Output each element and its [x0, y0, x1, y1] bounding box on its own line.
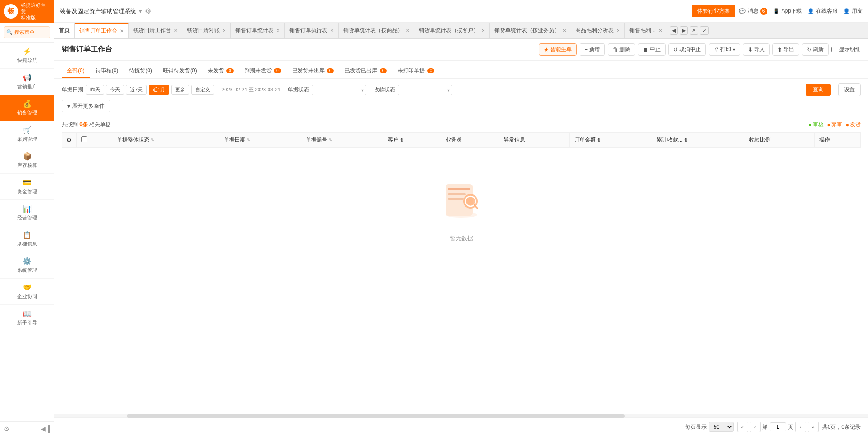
tab-sales-summary-customer[interactable]: 销货单统计表（按客户） ✕	[414, 23, 490, 39]
tab-sales-summary-product-close[interactable]: ✕	[406, 28, 409, 33]
col-date[interactable]: 单据日期 ⇅	[219, 133, 301, 148]
message-btn[interactable]: 💬 消息 6	[739, 7, 767, 15]
tab-sales-exec-close[interactable]: ✕	[330, 28, 334, 33]
add-button[interactable]: + 新增	[580, 43, 605, 56]
tab-sales-order-close[interactable]: ✕	[120, 28, 124, 33]
print-button[interactable]: 🖨 打印 ▾	[709, 43, 740, 56]
tab-sales-stats[interactable]: 销售订单统计表 ✕	[231, 23, 285, 39]
subtab-shipped-not-out[interactable]: 已发货未出库 0	[287, 64, 340, 78]
tab-sales-summary-product[interactable]: 销货单统计表（按商品） ✕	[339, 23, 414, 39]
tab-sales-more[interactable]: 销售毛利... ✕	[625, 23, 667, 39]
subtab-pending-pickup[interactable]: 待拣货(0)	[124, 64, 158, 78]
scrollbar-thumb[interactable]	[127, 414, 625, 418]
select-all-checkbox[interactable]	[81, 136, 87, 142]
topbar-dropdown-icon[interactable]: ▾	[139, 8, 142, 14]
subtab-not-printed[interactable]: 未打印单据 0	[392, 64, 440, 78]
tab-cash-daily-close[interactable]: ✕	[174, 28, 177, 33]
cancel-stop-button[interactable]: ↺ 取消中止	[668, 43, 706, 56]
col-amount[interactable]: 订单金额 ⇅	[570, 133, 652, 148]
app-download-btn[interactable]: 📱 App下载	[773, 7, 802, 15]
subtab-pending-review[interactable]: 待审核(0)	[90, 64, 124, 78]
date-btn-today[interactable]: 今天	[106, 85, 124, 95]
subtab-overdue-ship[interactable]: 到期未发货 0	[239, 64, 287, 78]
col-collected[interactable]: 累计收款... ⇅	[652, 133, 744, 148]
show-detail-label[interactable]: 显示明细	[831, 46, 861, 53]
sidebar-item-operations[interactable]: 📊 经营管理	[0, 200, 54, 226]
ship-action-btn[interactable]: ● 发货	[846, 121, 861, 128]
topbar-settings-icon[interactable]: ⚙	[145, 7, 151, 15]
tab-sales-summary-staff[interactable]: 销货单统计表（按业务员） ✕	[490, 23, 571, 39]
tab-cash-reconcile-close[interactable]: ✕	[222, 28, 226, 33]
sidebar-item-purchase[interactable]: 🛒 采购管理	[0, 121, 54, 147]
cancel-icon: ↺	[673, 47, 678, 53]
sidebar-item-basic-info[interactable]: 📋 基础信息	[0, 226, 54, 252]
subtab-wangpu[interactable]: 旺铺待发货(0)	[158, 64, 202, 78]
search-menu-button[interactable]: 🔍 搜索菜单	[4, 26, 50, 38]
tab-cash-daily[interactable]: 钱货日清工作台 ✕	[129, 23, 182, 39]
sidebar-item-inventory[interactable]: 📦 库存核算	[0, 147, 54, 174]
tab-sales-summary-customer-close[interactable]: ✕	[481, 28, 485, 33]
export-button[interactable]: ⬆ 导出	[772, 43, 799, 56]
collapse-btn[interactable]: ◀▐	[41, 425, 50, 432]
subtab-all[interactable]: 全部(0)	[62, 64, 90, 78]
import-button[interactable]: ⬇ 导入	[743, 43, 770, 56]
sidebar-item-quick-nav[interactable]: ⚡ 快捷导航	[0, 43, 54, 69]
date-btn-yesterday[interactable]: 昨天	[86, 85, 104, 95]
next-page-btn[interactable]: ›	[795, 422, 806, 432]
tab-home[interactable]: 首页	[54, 23, 75, 39]
sidebar-item-marketing[interactable]: 📢 营销推广	[0, 69, 54, 95]
star-icon: ★	[544, 47, 549, 53]
tab-sales-summary-staff-close[interactable]: ✕	[562, 28, 566, 33]
tab-gross-profit-close[interactable]: ✕	[616, 28, 620, 33]
col-customer[interactable]: 客户 ⇅	[383, 133, 441, 148]
refresh-button[interactable]: ↻ 刷新	[802, 43, 829, 56]
subtab-shipped-out[interactable]: 已发货已出库 0	[339, 64, 392, 78]
trial-button[interactable]: 体验行业方案	[692, 5, 735, 17]
sidebar-item-label: 快捷导航	[17, 57, 37, 64]
user-menu-btn[interactable]: 👤 用友	[843, 7, 863, 15]
col-settings[interactable]: ⚙	[62, 133, 77, 148]
last-page-btn[interactable]: »	[808, 422, 819, 432]
expand-filter-button[interactable]: ▾ 展开更多条件	[62, 100, 110, 112]
stop-button[interactable]: ⏹ 中止	[638, 43, 666, 56]
review-action-btn[interactable]: ● 审核	[808, 121, 823, 128]
tab-nav-next[interactable]: ▶	[680, 26, 688, 35]
online-support-btn[interactable]: 👤 在线客服	[807, 7, 838, 15]
tab-sales-exec[interactable]: 销售订单执行表 ✕	[285, 23, 339, 39]
per-page-select[interactable]: 50 100 200	[709, 422, 734, 432]
col-status[interactable]: 单据整体状态 ⇅	[112, 133, 219, 148]
payment-select[interactable]	[398, 85, 452, 95]
date-btn-custom[interactable]: 自定义	[191, 85, 214, 95]
tab-nav-prev[interactable]: ◀	[670, 26, 678, 35]
tab-gross-profit[interactable]: 商品毛利分析表 ✕	[571, 23, 625, 39]
subtab-not-shipped[interactable]: 未发货 0	[202, 64, 239, 78]
date-btn-more[interactable]: 更多	[171, 85, 189, 95]
tab-sales-more-close[interactable]: ✕	[658, 28, 662, 33]
status-select[interactable]	[312, 85, 366, 95]
tab-sales-order[interactable]: 销售订单工作台 ✕	[75, 23, 129, 39]
tab-cash-reconcile[interactable]: 钱货日清对账 ✕	[182, 23, 231, 39]
tab-nav-close-all[interactable]: ✕	[690, 26, 698, 35]
prev-page-btn[interactable]: ‹	[750, 422, 761, 432]
date-btn-last7[interactable]: 近7天	[126, 85, 147, 95]
sidebar-item-cooperation[interactable]: 🤝 企业协同	[0, 279, 54, 305]
show-detail-checkbox[interactable]	[831, 47, 837, 52]
date-btn-last1month[interactable]: 近1月	[149, 85, 169, 95]
col-number[interactable]: 单据编号 ⇅	[301, 133, 383, 148]
sidebar-item-sales[interactable]: 💰 销售管理	[0, 95, 54, 121]
horizontal-scrollbar[interactable]	[54, 414, 868, 417]
smart-order-button[interactable]: ★ 智能生单	[539, 43, 577, 56]
sidebar-item-finance[interactable]: 💳 资金管理	[0, 174, 54, 200]
filter-settings-button[interactable]: 设置	[838, 83, 861, 96]
cancel-review-action-btn[interactable]: ● 弃审	[827, 121, 842, 128]
page-input[interactable]	[770, 422, 786, 431]
tab-sales-stats-close[interactable]: ✕	[276, 28, 280, 33]
table-header-row: ⚙ 单据整体状态 ⇅ 单据日期 ⇅ 单据编号 ⇅	[62, 133, 861, 148]
sidebar-item-system[interactable]: ⚙️ 系统管理	[0, 252, 54, 279]
tab-nav-expand[interactable]: ⤢	[700, 26, 709, 35]
delete-button[interactable]: 🗑 删除	[608, 43, 635, 56]
sidebar-item-guide[interactable]: 📖 新手引导	[0, 305, 54, 331]
query-button[interactable]: 查询	[806, 84, 831, 96]
first-page-btn[interactable]: «	[737, 422, 748, 432]
settings-bottom-btn[interactable]: ⚙	[4, 425, 10, 432]
